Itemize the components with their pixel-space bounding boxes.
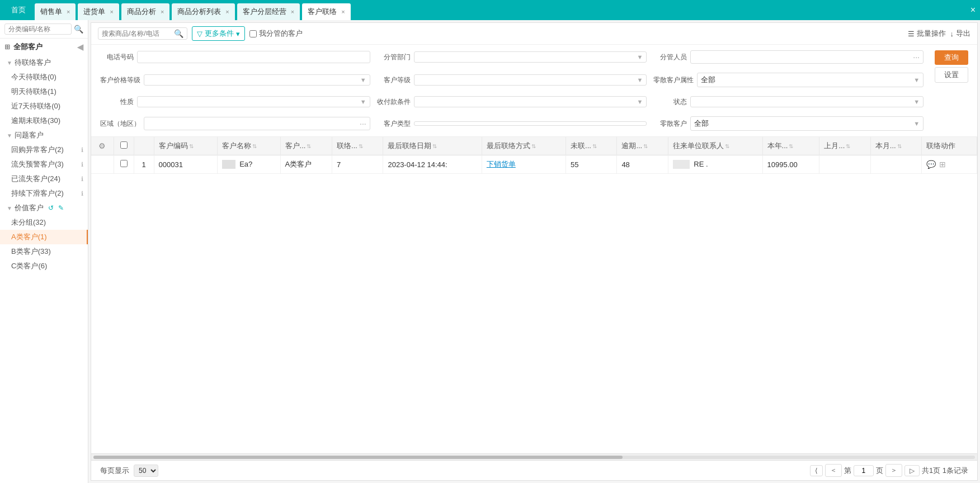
sidebar-item-class-b[interactable]: B类客户(33) <box>0 244 88 259</box>
filter-person-select[interactable]: ··· <box>690 50 924 64</box>
last-method-link[interactable]: 下销货单 <box>487 160 516 168</box>
close-product-analysis-list-tab[interactable]: × <box>225 8 229 15</box>
sidebar-search-input[interactable] <box>4 23 72 35</box>
sidebar-item-tomorrow-contact[interactable]: 明天待联络(1) <box>0 84 88 99</box>
th-index <box>134 137 154 155</box>
select-all-checkbox[interactable] <box>120 141 128 149</box>
sidebar-group-pending[interactable]: ▼ 待联络客户 <box>0 55 88 70</box>
th-overdue[interactable]: 逾期... ⇅ <box>617 137 668 155</box>
sidebar-item-overdue-contact[interactable]: 逾期未联络(30) <box>0 113 88 128</box>
next-page-btn[interactable]: ＞ <box>885 464 902 477</box>
th-last-method[interactable]: 最后联络方式 ⇅ <box>482 137 566 155</box>
filter-phone-input[interactable] <box>137 51 370 63</box>
sidebar-item-lost-customers[interactable]: 已流失客户(24) ℹ <box>0 172 88 186</box>
sidebar-search-container: 🔍 <box>0 20 88 39</box>
td-last-method[interactable]: 下销货单 <box>482 155 566 174</box>
settings-icon[interactable]: ⚙ <box>98 141 106 150</box>
toolbar-search-input[interactable] <box>102 30 172 37</box>
close-purchase-tab[interactable]: × <box>110 8 113 15</box>
th-contact-count[interactable]: 联络... ⇅ <box>332 137 383 155</box>
sidebar-item-declining-customers[interactable]: 持续下滑客户(2) ℹ <box>0 186 88 201</box>
close-product-analysis-tab[interactable]: × <box>161 8 164 15</box>
th-unit-contact[interactable]: 往来单位联系人 ⇅ <box>668 137 762 155</box>
query-btn[interactable]: 查询 <box>935 50 968 65</box>
toolbar-search-icon[interactable]: 🔍 <box>174 29 183 38</box>
filter-price-select[interactable]: ▼ <box>144 74 370 86</box>
refresh-icon[interactable]: ↺ <box>48 204 54 212</box>
sidebar-group-problem[interactable]: ▼ 问题客户 <box>0 128 88 143</box>
filter-region-select[interactable]: ··· <box>144 117 370 130</box>
close-customer-tier-tab[interactable]: × <box>291 8 294 15</box>
filter-type-select[interactable] <box>414 121 647 126</box>
filter-scatter-select[interactable]: 全部 ▼ <box>690 116 924 131</box>
td-index: 1 <box>134 155 154 174</box>
page-number-input[interactable] <box>854 465 874 476</box>
edit-group-icon[interactable]: ✎ <box>58 204 64 212</box>
setting-btn[interactable]: 设置 <box>935 67 968 83</box>
filter-payment-select[interactable]: ▼ <box>414 96 647 107</box>
info-icon-declining: ℹ <box>81 190 83 197</box>
sidebar-item-7days-contact[interactable]: 近7天待联络(0) <box>0 99 88 113</box>
more-filters-btn[interactable]: ▽ 更多条件 ▾ <box>192 26 245 41</box>
filter-icon: ▽ <box>197 30 202 38</box>
horizontal-scrollbar[interactable] <box>91 453 977 460</box>
sidebar-item-today-contact[interactable]: 今天待联络(0) <box>0 70 88 84</box>
th-type[interactable]: 客户... ⇅ <box>280 137 332 155</box>
sidebar-collapse-btn[interactable]: ◀ <box>77 42 83 51</box>
filter-dept-select[interactable]: ▼ <box>414 51 647 63</box>
filter-customer-level-label: 客户等级 <box>377 75 411 85</box>
th-last-date[interactable]: 最后联络日期 ⇅ <box>383 137 482 155</box>
export-btn[interactable]: ↓ 导出 <box>950 29 971 39</box>
close-window-btn[interactable]: × <box>970 5 976 15</box>
top-nav: 首页 销售单 × 进货单 × 商品分析 × 商品分析列表 × 客户分层经营 × … <box>0 0 980 20</box>
filter-nature-select[interactable]: ▼ <box>137 96 370 107</box>
nav-tab-customer-tier[interactable]: 客户分层经营 × <box>237 3 300 20</box>
th-name[interactable]: 客户名称 ⇅ <box>217 137 280 155</box>
th-settings[interactable]: ⚙ <box>91 137 114 155</box>
td-this-year: 10995.00 <box>762 155 819 174</box>
nav-tab-purchase[interactable]: 进货单 × <box>78 3 119 20</box>
td-checkbox[interactable] <box>114 155 134 174</box>
sidebar-item-churn-warning[interactable]: 流失预警客户(3) ℹ <box>0 157 88 172</box>
sidebar-item-class-a[interactable]: A类客户(1) <box>0 230 88 244</box>
filter-type-label: 客户类型 <box>377 119 411 129</box>
prev-page-btn[interactable]: ＜ <box>825 464 842 477</box>
table-container: ⚙ 客户编码 ⇅ <box>91 137 977 453</box>
sidebar-group-value[interactable]: ▼ 价值客户 ↺ ✎ <box>0 201 88 215</box>
row-checkbox[interactable] <box>120 160 128 167</box>
sort-last-date-icon: ⇅ <box>432 143 437 149</box>
nav-tab-product-analysis-list[interactable]: 商品分析列表 × <box>172 3 234 20</box>
close-customer-contact-tab[interactable]: × <box>341 8 345 15</box>
sidebar-search-icon[interactable]: 🔍 <box>74 25 83 34</box>
td-unit-contact: RE . <box>668 155 762 174</box>
sidebar-item-class-c[interactable]: C类客户(6) <box>0 259 88 273</box>
scrollbar-thumb[interactable] <box>93 456 623 459</box>
my-customers-checkbox[interactable] <box>249 30 257 37</box>
my-customers-checkbox-container[interactable]: 我分管的客户 <box>249 29 303 39</box>
th-last-month[interactable]: 上月... ⇅ <box>819 137 870 155</box>
sidebar-item-abnormal-repurchase[interactable]: 回购异常客户(2) ℹ <box>0 143 88 157</box>
action-message-icon[interactable]: 💬 <box>926 160 936 169</box>
sidebar-all-customers[interactable]: ⊞ 全部客户 ◀ <box>0 39 88 55</box>
first-page-btn[interactable]: ⟨ <box>810 465 823 476</box>
nav-tab-product-analysis[interactable]: 商品分析 × <box>121 3 169 20</box>
batch-op-btn[interactable]: ☰ 批量操作 <box>908 29 946 39</box>
page-size-select[interactable]: 50 <box>134 465 158 477</box>
th-code[interactable]: 客户编码 ⇅ <box>154 137 217 155</box>
nav-tab-customer-contact[interactable]: 客户联络 × <box>302 3 350 20</box>
close-sales-tab[interactable]: × <box>67 8 70 15</box>
filter-scatter-attr-select[interactable]: 全部 ▼ <box>697 73 924 87</box>
action-qr-icon[interactable]: ⊞ <box>939 160 946 169</box>
th-checkbox[interactable] <box>114 137 134 155</box>
nav-tab-sales[interactable]: 销售单 × <box>35 3 76 20</box>
th-this-year[interactable]: 本年... ⇅ <box>762 137 819 155</box>
sidebar-item-unclassified[interactable]: 未分组(32) <box>0 215 88 230</box>
toolbar-right: ☰ 批量操作 ↓ 导出 <box>908 29 971 39</box>
filter-customer-level-select[interactable]: ▼ <box>414 74 647 86</box>
th-this-month[interactable]: 本月... ⇅ <box>870 137 921 155</box>
sort-unit-contact-icon: ⇅ <box>725 143 729 149</box>
nav-home[interactable]: 首页 <box>4 0 32 20</box>
last-page-btn[interactable]: ▷ <box>904 465 920 476</box>
filter-status-select[interactable]: ▼ <box>690 96 924 107</box>
th-not-contacted[interactable]: 未联... ⇅ <box>566 137 617 155</box>
